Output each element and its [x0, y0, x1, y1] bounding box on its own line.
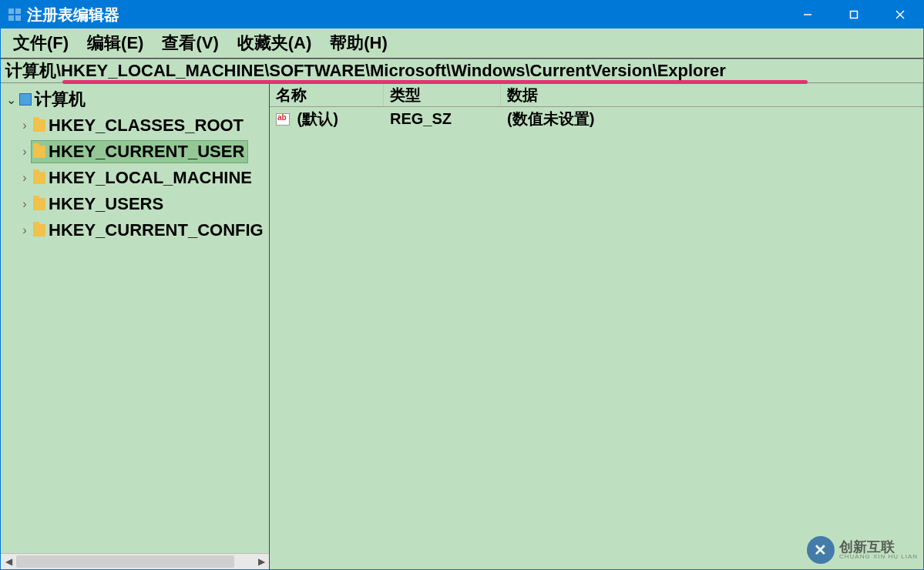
minimize-button[interactable] [785, 1, 831, 28]
scroll-left-icon[interactable]: ◀ [1, 554, 16, 569]
tree-label: HKEY_USERS [49, 194, 163, 214]
expander-icon[interactable] [18, 197, 32, 211]
tree-hive[interactable]: HKEY_LOCAL_MACHINE [1, 165, 269, 191]
app-icon [8, 8, 21, 21]
svg-rect-0 [8, 8, 14, 14]
string-value-icon [276, 113, 290, 126]
path-highlight [62, 80, 808, 84]
expander-icon[interactable] [18, 145, 32, 159]
column-header-name[interactable]: 名称 [270, 83, 384, 106]
folder-icon [33, 146, 45, 158]
svg-rect-3 [15, 15, 21, 21]
menu-help[interactable]: 帮助(H) [322, 30, 395, 56]
scroll-right-icon[interactable]: ▶ [254, 554, 269, 569]
tree-label: HKEY_CLASSES_ROOT [49, 116, 244, 136]
registry-path: 计算机\HKEY_LOCAL_MACHINE\SOFTWARE\Microsof… [1, 59, 726, 82]
window-title: 注册表编辑器 [27, 5, 119, 25]
menu-file[interactable]: 文件(F) [5, 30, 76, 56]
value-data-cell: (数值未设置) [501, 109, 923, 129]
menu-favorites[interactable]: 收藏夹(A) [230, 30, 320, 56]
value-row[interactable]: (默认) REG_SZ (数值未设置) [270, 107, 923, 130]
expander-icon[interactable] [18, 119, 32, 132]
svg-rect-2 [15, 8, 21, 14]
folder-icon [33, 198, 45, 210]
tree-hive[interactable]: HKEY_USERS [1, 191, 269, 217]
folder-icon [33, 172, 45, 184]
tree-label: HKEY_CURRENT_USER [49, 142, 244, 162]
computer-icon [19, 93, 32, 106]
expander-icon[interactable] [4, 92, 18, 107]
folder-icon [33, 119, 45, 132]
address-bar[interactable]: 计算机\HKEY_LOCAL_MACHINE\SOFTWARE\Microsof… [1, 59, 923, 83]
column-header-row: 名称 类型 数据 [270, 83, 923, 107]
svg-rect-1 [8, 15, 14, 21]
menu-bar: 文件(F) 编辑(E) 查看(V) 收藏夹(A) 帮助(H) [1, 28, 923, 59]
tree-label: 计算机 [35, 88, 86, 111]
value-type-cell: REG_SZ [384, 110, 501, 128]
menu-edit[interactable]: 编辑(E) [79, 30, 151, 56]
tree-root[interactable]: 计算机 [1, 86, 269, 112]
column-header-data[interactable]: 数据 [501, 83, 923, 106]
tree-horizontal-scrollbar[interactable]: ◀ ▶ [1, 553, 269, 569]
expander-icon[interactable] [18, 171, 32, 185]
column-header-type[interactable]: 类型 [384, 83, 501, 106]
registry-tree[interactable]: 计算机 HKEY_CLASSES_ROOT HKEY_CURRENT_USER [1, 83, 269, 553]
tree-label: HKEY_CURRENT_CONFIG [49, 220, 264, 240]
folder-icon [33, 224, 45, 236]
value-name: (默认) [297, 110, 338, 127]
tree-hive[interactable]: HKEY_CURRENT_CONFIG [1, 217, 269, 243]
close-button[interactable] [877, 1, 923, 28]
tree-label: HKEY_LOCAL_MACHINE [49, 168, 252, 188]
menu-view[interactable]: 查看(V) [154, 30, 226, 56]
maximize-button[interactable] [831, 1, 877, 28]
values-pane: 名称 类型 数据 (默认) REG_SZ (数值未设置) [270, 83, 923, 569]
scroll-thumb[interactable] [16, 555, 234, 568]
expander-icon[interactable] [18, 223, 32, 237]
tree-pane: 计算机 HKEY_CLASSES_ROOT HKEY_CURRENT_USER [1, 83, 270, 569]
scroll-track[interactable] [16, 554, 254, 569]
tree-hive[interactable]: HKEY_CLASSES_ROOT [1, 112, 269, 139]
svg-rect-5 [851, 12, 858, 18]
tree-hive-selected[interactable]: HKEY_CURRENT_USER [1, 139, 269, 165]
value-name-cell: (默认) [270, 109, 384, 129]
